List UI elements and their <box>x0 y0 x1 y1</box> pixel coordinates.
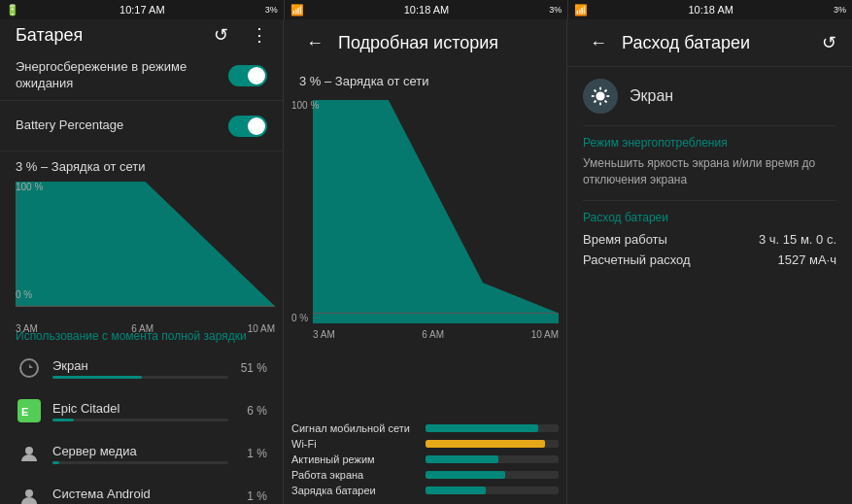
media-usage-icon <box>16 440 43 467</box>
chart-svg-1 <box>16 182 275 318</box>
media-usage-bar-bg <box>52 461 228 464</box>
android-usage-icon <box>16 483 43 504</box>
detail-chart-area: 100 % 0 % 3 AM 6 AM 10 AM <box>284 92 566 419</box>
android-usage-pct: 1 % <box>238 489 267 503</box>
status-left-2: 📶 <box>290 4 304 17</box>
panel1-app-bar: Батарея ↺ ⋮ <box>0 19 283 50</box>
energy-saving-label: Энергосбережение в режиме ожидания <box>16 59 228 92</box>
media-usage-bar <box>52 461 59 464</box>
epic-usage-pct: 6 % <box>238 404 267 418</box>
signal-label-wifi: Wi-Fi <box>291 438 418 450</box>
battery-percentage-toggle[interactable] <box>228 116 267 137</box>
overflow-menu-button-1[interactable]: ⋮ <box>244 19 275 50</box>
signal-row-wifi: Wi-Fi <box>291 438 559 450</box>
battery-settings-panel: Батарея ↺ ⋮ Энергосбережение в режиме ож… <box>0 19 284 504</box>
energy-desc: Уменьшить яркость экрана и/или время до … <box>583 155 836 188</box>
signal-bar-charging-track <box>426 487 559 494</box>
signal-label-mobile: Сигнал мобильной сети <box>291 422 418 434</box>
battery-chart-1: 100 % 0 % 3 AM 6 AM 10 AM <box>0 178 283 321</box>
epic-usage-info: Epic Citadel <box>52 401 228 421</box>
panel3-divider-2 <box>583 200 836 201</box>
uptime-label: Время работы <box>583 232 667 247</box>
status-icons-3: 3% <box>834 5 846 15</box>
svg-point-8 <box>25 489 33 497</box>
battery-percentage-label: Battery Percentage <box>16 118 228 134</box>
charging-label-1: 3 % – Зарядка от сети <box>0 151 283 178</box>
battery-icon-2: 3% <box>549 5 562 15</box>
status-icons-2: 3% <box>549 5 562 15</box>
epic-usage-name: Epic Citadel <box>52 401 228 416</box>
signal-bar-screen-track <box>426 471 559 479</box>
brightness-icon <box>590 85 611 107</box>
battery-usage-title: Расход батареи <box>583 211 836 224</box>
usage-label: Расчетный расход <box>583 252 691 267</box>
screen-title: Экран <box>630 87 673 105</box>
screen-usage-bar <box>52 376 142 379</box>
chart-container-1: 100 % 0 % 3 AM 6 AM 10 AM <box>16 182 275 318</box>
svg-marker-9 <box>313 100 559 323</box>
battery-usage-section: Расход батареи Время работы 3 ч. 15 м. 0… <box>583 211 836 267</box>
energy-saving-toggle[interactable] <box>228 65 267 86</box>
svg-line-18 <box>594 100 596 102</box>
signal-row-active: Активный режим <box>291 454 559 465</box>
x-label-6am-1: 6 AM <box>131 323 153 334</box>
energy-section: Режим энергопотребления Уменьшить яркост… <box>583 136 836 188</box>
detail-x-labels: 3 AM 6 AM 10 AM <box>291 329 559 340</box>
screen-usage-bar-bg <box>52 376 228 379</box>
screen-usage-info: Экран <box>52 358 228 379</box>
status-bar-3: 📶 10:18 AM 3% <box>568 0 852 19</box>
status-time-3: 10:18 AM <box>688 4 733 16</box>
panel2-app-bar: ← Подробная история <box>284 19 566 66</box>
panel2-title: Подробная история <box>338 33 559 53</box>
svg-point-11 <box>596 91 604 100</box>
signal-bar-wifi-fill <box>426 440 545 448</box>
svg-marker-4 <box>29 364 33 368</box>
usage-row-media[interactable]: Сервер медиа 1 % <box>0 432 283 475</box>
panel3-title: Расход батареи <box>622 33 805 53</box>
detail-x-6am: 6 AM <box>422 329 444 340</box>
signal-row-charging: Зарядка батареи <box>291 485 559 496</box>
signal-row-mobile: Сигнал мобильной сети <box>291 422 559 434</box>
panel1-title: Батарея <box>16 25 197 46</box>
signal-bar-screen-fill <box>426 471 505 479</box>
svg-line-17 <box>604 100 606 102</box>
refresh-button-3[interactable]: ↺ <box>813 27 844 58</box>
svg-point-7 <box>25 447 33 454</box>
detail-y-bottom: 0 % <box>291 313 308 323</box>
chart-y-top-1: 100 % <box>16 182 43 192</box>
panels-container: Батарея ↺ ⋮ Энергосбережение в режиме ож… <box>0 19 852 504</box>
detailed-history-panel: ← Подробная история 3 % – Зарядка от сет… <box>284 19 567 504</box>
usage-row-screen[interactable]: Экран 51 % <box>0 347 283 389</box>
status-left-1: 🔋 <box>6 4 19 17</box>
signal-bars-section: Сигнал мобильной сети Wi-Fi Активный реж… <box>284 419 566 504</box>
epic-usage-icon: E <box>16 397 43 424</box>
detail-chart-svg <box>313 100 559 323</box>
usage-row-epic[interactable]: E Epic Citadel 6 % <box>0 389 283 432</box>
signal-bar-mobile-track <box>426 424 559 432</box>
usage-row-android[interactable]: Система Android 1 % <box>0 475 283 504</box>
signal-bar-charging-fill <box>426 487 486 494</box>
usage-value: 1527 мА·ч <box>777 252 836 267</box>
battery-icon-1: 3% <box>265 5 278 15</box>
battery-percentage-row: Battery Percentage <box>0 101 283 151</box>
energy-saving-row: Энергосбережение в режиме ожидания <box>0 50 283 101</box>
android-usage-name: Система Android <box>52 487 228 501</box>
svg-marker-0 <box>16 182 275 306</box>
back-button-2[interactable]: ← <box>299 27 330 58</box>
stat-row-usage: Расчетный расход 1527 мА·ч <box>583 252 836 267</box>
epic-usage-bar <box>52 419 74 421</box>
signal-label-charging: Зарядка батареи <box>291 485 418 496</box>
detail-chart-container: 100 % 0 % 3 AM 6 AM 10 AM <box>291 100 559 343</box>
detail-y-top: 100 % <box>291 100 319 111</box>
screen-header-row: Экран <box>583 79 836 126</box>
back-button-3[interactable]: ← <box>583 27 614 58</box>
signal-bar-mobile-fill <box>426 424 538 432</box>
status-time-2: 10:18 AM <box>404 4 449 16</box>
media-usage-pct: 1 % <box>238 447 267 460</box>
svg-line-19 <box>604 89 606 91</box>
uptime-value: 3 ч. 15 м. 0 с. <box>759 232 836 247</box>
panel3-content: Экран Режим энергопотребления Уменьшить … <box>567 67 852 504</box>
refresh-button-1[interactable]: ↺ <box>205 19 236 50</box>
x-label-10am-1: 10 AM <box>248 323 275 334</box>
media-usage-info: Сервер медиа <box>52 444 228 464</box>
